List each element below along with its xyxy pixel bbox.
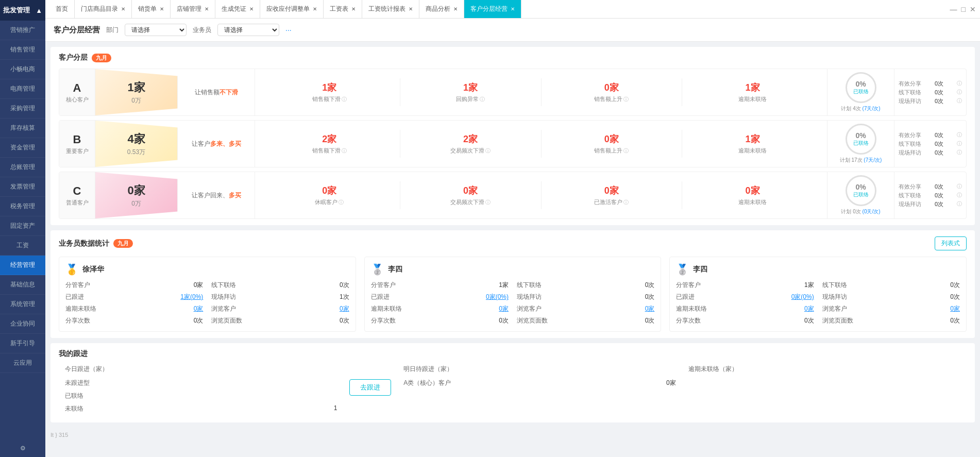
plan-link-${tier.letter}[interactable]: (7天/次) (863, 106, 881, 111)
stat-card-销售额上升: 0家 销售额上升ⓘ (542, 130, 683, 158)
tier-amount-A: 0万 (131, 96, 141, 105)
info-icon[interactable]: ⓘ (623, 147, 629, 155)
info-icon[interactable]: ⓘ (339, 199, 344, 206)
sidebar-item-发票管理[interactable]: 发票管理 (0, 177, 45, 197)
stat-card-逾期未联络: 0家 逾期未联络 (682, 181, 823, 209)
tab-close-应收应付调整单[interactable]: ✕ (313, 6, 317, 12)
sidebar-item-固定资产[interactable]: 固定资产 (0, 216, 45, 236)
sidebar-title: 批发管理 (3, 6, 30, 15)
contact-circle-A: 0% 已联络 (846, 72, 876, 103)
biz-stat-row-6: 分享次数 0次 (65, 316, 203, 325)
tab-生成凭证[interactable]: 生成凭证✕ (215, 0, 260, 19)
sidebar-item-工资[interactable]: 工资 (0, 236, 45, 256)
tab-首页[interactable]: 首页 (49, 0, 75, 19)
tab-工资统计报表[interactable]: 工资统计报表✕ (362, 0, 419, 19)
biz-stat-val-6: 0次 (194, 316, 204, 325)
stat-label: 交易频次下滑ⓘ (450, 198, 491, 206)
info-icon[interactable]: ⓘ (480, 96, 485, 103)
biz-stat-val-2[interactable]: 0家(0%) (486, 293, 509, 301)
biz-stat-row-4: 逾期未联络 0家 (65, 304, 203, 313)
go-follow-button[interactable]: 去跟进 (349, 379, 391, 396)
sidebar-item-销售管理[interactable]: 销售管理 (0, 40, 45, 60)
plan-link-${tier.letter}[interactable]: (7天/次) (864, 157, 882, 163)
tab-close-商品分析[interactable]: ✕ (453, 6, 458, 12)
info-icon[interactable]: ⓘ (957, 140, 962, 147)
info-icon[interactable]: ⓘ (957, 80, 962, 87)
sidebar-item-电商管理[interactable]: 电商管理 (0, 79, 45, 99)
biz-stat-val-4[interactable]: 0家 (499, 304, 509, 313)
tier-letter-A: A (73, 81, 81, 95)
tab-close-icon[interactable]: ✕ (970, 5, 976, 13)
sidebar-item-资金管理[interactable]: 资金管理 (0, 138, 45, 158)
biz-stat-val-3: 1次 (340, 293, 349, 301)
biz-stat-val-5[interactable]: 0家 (950, 304, 960, 313)
tab-close-销货单[interactable]: ✕ (160, 6, 164, 12)
tab-门店商品目录[interactable]: 门店商品目录✕ (75, 0, 132, 19)
tier-name-C: 普通客户 (66, 199, 89, 207)
dept-select[interactable]: 请选择 (125, 24, 187, 36)
info-icon[interactable]: ⓘ (957, 200, 962, 208)
stat-card-交易频次下滑: 0家 交易频次下滑ⓘ (400, 181, 542, 209)
stat-card-逾期未联络: 1家 逾期未联络 (682, 78, 823, 106)
sidebar-item-总账管理[interactable]: 总账管理 (0, 158, 45, 177)
sidebar-item-小畅电商[interactable]: 小畅电商 (0, 60, 45, 79)
info-icon[interactable]: ⓘ (957, 89, 962, 96)
info-icon[interactable]: ⓘ (485, 147, 491, 155)
tab-close-生成凭证[interactable]: ✕ (249, 6, 254, 12)
tier-stats-A: 1家 销售额下滑ⓘ 1家 回购异常ⓘ 0家 销售额上升ⓘ 1家 逾期未联络 (255, 69, 827, 115)
info-icon[interactable]: ⓘ (485, 199, 491, 206)
tab-商品分析[interactable]: 商品分析✕ (419, 0, 464, 19)
sidebar-item-采购管理[interactable]: 采购管理 (0, 99, 45, 119)
tab-close-门店商品目录[interactable]: ✕ (121, 6, 125, 12)
info-icon[interactable]: ⓘ (342, 96, 347, 103)
info-icon[interactable]: ⓘ (957, 97, 962, 105)
sidebar-item-库存核算[interactable]: 库存核算 (0, 119, 45, 138)
sidebar-item-系统管理[interactable]: 系统管理 (0, 295, 45, 314)
tab-close-店铺管理[interactable]: ✕ (205, 6, 209, 12)
follow-tomorrow-row-a: A类（核心）客户 0家 (403, 378, 675, 388)
stat-card-逾期未联络: 1家 逾期未联络 (682, 130, 823, 158)
info-icon[interactable]: ⓘ (957, 149, 962, 156)
follow-tomorrow-col: 明日待跟进（家） A类（核心）客户 0家 (397, 365, 682, 391)
list-view-button[interactable]: 列表式 (935, 236, 967, 250)
biz-stat-val-2[interactable]: 1家(0%) (180, 293, 203, 301)
sidebar-collapse-icon[interactable]: ▲ (36, 7, 42, 14)
sidebar-gear-icon[interactable]: ⚙ (0, 439, 45, 457)
biz-stat-val-4[interactable]: 0家 (194, 304, 204, 313)
biz-stat-val-5[interactable]: 0家 (340, 304, 349, 313)
info-icon[interactable]: ⓘ (957, 183, 962, 190)
biz-stat-val-2[interactable]: 0家(0%) (791, 293, 814, 301)
tab-工资表[interactable]: 工资表✕ (324, 0, 362, 19)
tier-contact-C: 0% 已联络 计划 0次 (0天/次) (827, 172, 894, 218)
tab-应收应付调整单[interactable]: 应收应付调整单✕ (260, 0, 324, 19)
filter-more-icon[interactable]: ··· (285, 26, 292, 34)
sidebar-item-经营管理[interactable]: 经营管理 (0, 256, 45, 275)
tier-highlight-B: 4家 0.53万 (95, 121, 178, 167)
info-icon[interactable]: ⓘ (623, 96, 629, 103)
tab-close-工资表[interactable]: ✕ (351, 6, 356, 12)
tab-maximize-icon[interactable]: □ (961, 5, 966, 13)
tab-客户分层经营[interactable]: 客户分层经营✕ (464, 0, 521, 19)
tab-close-工资统计报表[interactable]: ✕ (409, 6, 413, 12)
biz-stat-val-4[interactable]: 0家 (804, 304, 814, 313)
info-icon[interactable]: ⓘ (342, 147, 347, 155)
contact-pct-A: 0% (855, 80, 866, 88)
sidebar-item-企业协同[interactable]: 企业协同 (0, 314, 45, 334)
tab-minimize-icon[interactable]: — (950, 5, 957, 13)
sidebar-item-新手引导[interactable]: 新手引导 (0, 334, 45, 353)
biz-stat-val-5[interactable]: 0家 (645, 304, 655, 313)
tab-店铺管理[interactable]: 店铺管理✕ (171, 0, 215, 19)
contact-status-B: 已联络 (853, 140, 869, 147)
info-icon[interactable]: ⓘ (623, 199, 629, 206)
sales-select[interactable]: 请选择 (217, 24, 279, 36)
plan-link-${tier.letter}[interactable]: (0天/次) (863, 209, 881, 214)
biz-stat-val-3: 0次 (645, 293, 655, 301)
sidebar-item-基础信息[interactable]: 基础信息 (0, 275, 45, 295)
info-icon[interactable]: ⓘ (957, 192, 962, 199)
sidebar-item-税务管理[interactable]: 税务管理 (0, 197, 45, 216)
sidebar-item-云应用[interactable]: 云应用 (0, 353, 45, 373)
sidebar-item-营销推广[interactable]: 营销推广 (0, 21, 45, 40)
info-icon[interactable]: ⓘ (957, 131, 962, 139)
tab-销货单[interactable]: 销货单✕ (132, 0, 171, 19)
tab-close-客户分层经营[interactable]: ✕ (511, 6, 515, 12)
